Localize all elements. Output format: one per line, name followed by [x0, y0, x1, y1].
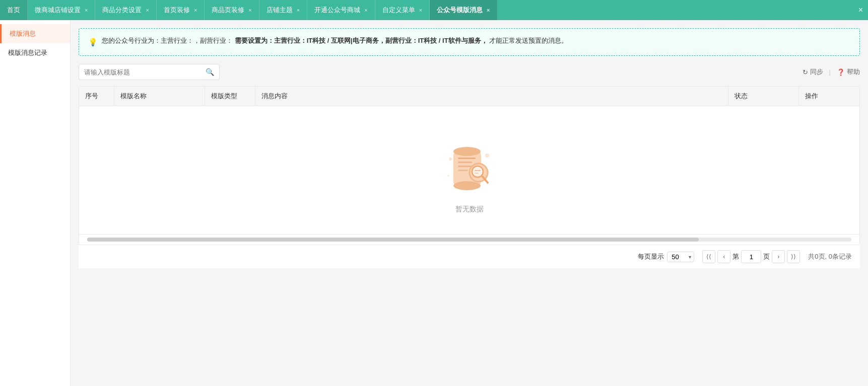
page-prefix-label: 第: [732, 252, 739, 261]
notice-box: 💡 您的公众号行业为：主营行业：，副营行业： 需要设置为：主营行业：IT科技 /…: [79, 28, 860, 56]
page-summary: 共0页, 0条记录: [808, 252, 852, 261]
tab-template-msg[interactable]: 公众号模版消息 ×: [430, 0, 497, 20]
svg-point-9: [472, 166, 483, 177]
close-all-button[interactable]: ×: [858, 6, 863, 15]
next-page-button[interactable]: ›: [772, 250, 785, 263]
close-icon[interactable]: ×: [297, 7, 300, 13]
svg-point-2: [453, 147, 481, 156]
horizontal-scrollbar[interactable]: [87, 238, 851, 242]
per-page-wrap: 50 20 100 ▾: [667, 252, 694, 262]
last-page-button[interactable]: ⟩⟩: [787, 250, 800, 263]
col-header-index: 序号: [79, 87, 114, 106]
table-header: 序号 模版名称 模版类型 消息内容 状态 操作: [79, 87, 859, 106]
svg-rect-7: [458, 170, 468, 171]
search-input-wrap: 🔍: [79, 64, 220, 80]
close-icon[interactable]: ×: [419, 7, 422, 13]
sidebar-item-template-record[interactable]: 模版消息记录: [0, 43, 70, 62]
tab-store-theme[interactable]: 店铺主题 ×: [259, 0, 307, 20]
close-icon[interactable]: ×: [364, 7, 367, 13]
question-icon: ❓: [837, 68, 845, 76]
close-icon[interactable]: ×: [248, 7, 251, 13]
search-input[interactable]: [84, 68, 206, 76]
svg-rect-4: [458, 158, 476, 159]
col-header-name: 模版名称: [114, 87, 205, 106]
col-header-content: 消息内容: [255, 87, 728, 106]
first-page-button[interactable]: ⟨⟨: [702, 250, 715, 263]
col-header-action: 操作: [799, 87, 859, 106]
top-actions: ↻ 同步 | ❓ 帮助: [803, 67, 860, 76]
svg-point-13: [449, 158, 452, 161]
tab-home-decor[interactable]: 首页装修 ×: [157, 0, 205, 20]
data-table: 序号 模版名称 模版类型 消息内容 状态 操作: [79, 86, 860, 245]
page-controls: ⟨⟨ ‹ 第 页 › ⟩⟩: [702, 250, 800, 263]
pagination: 每页显示 50 20 100 ▾ ⟨⟨ ‹ 第 页 › ⟩⟩: [79, 245, 860, 268]
tab-open-mall[interactable]: 开通公众号商城 ×: [307, 0, 375, 20]
close-icon[interactable]: ×: [194, 7, 197, 13]
tab-category[interactable]: 商品分类设置 ×: [95, 0, 156, 20]
per-page-select: 每页显示 50 20 100 ▾: [638, 252, 694, 262]
sidebar: 模版消息 模版消息记录: [0, 20, 71, 386]
lightbulb-icon: 💡: [88, 36, 98, 48]
page-input[interactable]: [741, 250, 761, 263]
tab-store-setting[interactable]: 微商城店铺设置 ×: [28, 0, 95, 20]
tab-product-decor[interactable]: 商品页装修 ×: [205, 0, 259, 20]
refresh-icon: ↻: [803, 68, 808, 76]
col-header-status: 状态: [728, 87, 799, 106]
sidebar-item-template-msg[interactable]: 模版消息: [0, 24, 70, 43]
search-area: 🔍 ↻ 同步 | ❓ 帮助: [79, 64, 860, 80]
sync-button[interactable]: ↻ 同步: [803, 67, 823, 76]
svg-rect-11: [475, 170, 481, 171]
scrollbar-thumb[interactable]: [87, 238, 699, 242]
svg-rect-5: [458, 162, 472, 163]
empty-state: 暂无数据: [79, 106, 859, 234]
help-button[interactable]: ❓ 帮助: [837, 67, 860, 76]
tab-custom-menu[interactable]: 自定义菜单 ×: [375, 0, 430, 20]
per-page-dropdown[interactable]: 50 20 100: [667, 252, 694, 262]
divider: |: [829, 68, 831, 76]
notice-text: 您的公众号行业为：主营行业：，副营行业： 需要设置为：主营行业：IT科技 / 互…: [102, 36, 568, 46]
svg-point-15: [447, 175, 449, 177]
page-unit-label: 页: [763, 252, 770, 261]
col-header-type: 模版类型: [205, 87, 255, 106]
close-icon[interactable]: ×: [146, 7, 149, 13]
content-area: 💡 您的公众号行业为：主营行业：，副营行业： 需要设置为：主营行业：IT科技 /…: [71, 20, 868, 386]
search-icon[interactable]: 🔍: [206, 68, 214, 76]
scrollbar-area: [79, 234, 859, 245]
svg-point-3: [453, 181, 481, 190]
close-icon[interactable]: ×: [487, 7, 490, 13]
svg-point-14: [485, 153, 489, 158]
per-page-label: 每页显示: [638, 252, 664, 261]
empty-illustration: [439, 136, 500, 197]
empty-text: 暂无数据: [455, 205, 484, 214]
prev-page-button[interactable]: ‹: [717, 250, 730, 263]
main-layout: 模版消息 模版消息记录 💡 您的公众号行业为：主营行业：，副营行业： 需要设置为…: [0, 20, 868, 386]
close-icon[interactable]: ×: [85, 7, 88, 13]
tab-home[interactable]: 首页: [0, 0, 28, 20]
top-nav: 首页 微商城店铺设置 × 商品分类设置 × 首页装修 × 商品页装修 × 店铺主…: [0, 0, 868, 20]
svg-rect-12: [475, 173, 479, 174]
